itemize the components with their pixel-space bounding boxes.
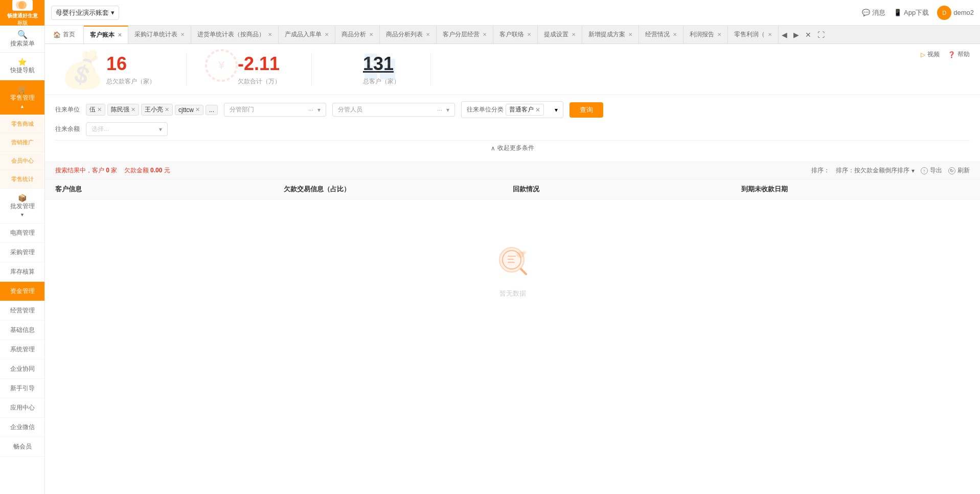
help-button[interactable]: ❓ 帮助 [948,50,970,59]
tab-promote-settings[interactable]: 提成设置 ✕ [538,26,582,44]
col-header-customer: 客户信息 [55,185,284,194]
stat-debt-value: -2.11 [238,53,280,75]
tab-customer-contact[interactable]: 客户联络 ✕ [493,26,538,44]
tab-close-product-inbound[interactable]: ✕ [325,32,329,37]
result-actions: 排序： 排序：按欠款金额倒序排序 ▾ ↑ 导出 ↻ 刷新 [811,166,970,175]
tab-operations[interactable]: 经营情况 ✕ [639,26,683,44]
sidebar-item-retail-mgmt[interactable]: 🛒 零售管理 ▲ [0,80,44,115]
chevron-down-icon: ▾ [111,9,115,16]
sidebar-item-app-center[interactable]: 应用中心 [0,398,44,418]
sidebar-item-wholesale[interactable]: 📦 批发管理 ▼ [0,189,44,223]
balance-filter-label: 往来余额 [55,125,80,133]
tab-profit-report[interactable]: 利润报告 ✕ [683,26,728,44]
tab-close-purchase-stats[interactable]: ✕ [268,32,272,37]
tab-close-customer-account[interactable]: ✕ [118,32,122,38]
topbar: 母婴行业演示账套 ▾ 💬 消息 📱 App下载 D demo2 [45,0,980,26]
app-download-button[interactable]: 📱 App下载 [894,8,929,17]
filter-tag-wang[interactable]: 王小亮 ✕ [141,104,173,116]
tab-purchase-stats[interactable]: 进货单统计表（按商品） ✕ [191,26,279,44]
tab-scroll-right[interactable]: ▶ [790,31,802,39]
tab-product-inbound[interactable]: 产成品入库单 ✕ [279,26,335,44]
collapse-up-icon: ∧ [491,145,495,152]
filter-tag-more[interactable]: ... [206,105,218,115]
filter-tag-chen[interactable]: 陈民强 ✕ [107,104,139,116]
svg-rect-9 [371,62,374,65]
tab-close-new-promote[interactable]: ✕ [628,32,632,37]
account-selector[interactable]: 母婴行业演示账套 ▾ [51,6,119,20]
video-help-button[interactable]: ▷ 视频 [921,50,940,59]
filter-tags-container: 伍 ✕ 陈民强 ✕ 王小亮 ✕ cjttcw ✕ [86,104,218,116]
sidebar-item-search[interactable]: 🔍 搜索菜单 [0,26,44,53]
col-header-debt: 欠款交易信息（占比） [284,185,512,194]
svg-rect-10 [367,68,370,70]
sort-select[interactable]: 排序：按欠款金额倒序排序 ▾ [836,166,915,175]
sidebar-item-ecommerce[interactable]: 电商管理 [0,223,44,243]
tab-product-analysis-list[interactable]: 商品分析列表 ✕ [380,26,437,44]
sidebar-item-member[interactable]: 会员中心 [0,152,44,170]
tab-new-promote[interactable]: 新增提成方案 ✕ [582,26,639,44]
tab-purchase-order[interactable]: 采购订单统计表 ✕ [128,26,191,44]
tab-retail-profit[interactable]: 零售利润（ ✕ [728,26,779,44]
sidebar-item-inventory[interactable]: 库存核算 [0,262,44,282]
sidebar-item-system[interactable]: 系统管理 [0,340,44,360]
tab-customer-account[interactable]: 客户账本 ✕ [84,26,128,44]
balance-filter-input[interactable]: 选择... ▾ [86,122,168,136]
sidebar-item-marketing[interactable]: 营销推广 [0,133,44,152]
stats-help: ▷ 视频 ❓ 帮助 [921,50,970,59]
sidebar-item-base-info[interactable]: 基础信息 [0,321,44,340]
svg-line-19 [521,269,526,274]
empty-state: 暂无数据 [45,199,980,339]
remove-tag-wu[interactable]: ✕ [97,106,102,113]
tab-scroll-left[interactable]: ◀ [779,31,790,39]
tab-close-product-analysis[interactable]: ✕ [369,32,373,37]
tab-close-all[interactable]: ✕ [802,31,814,39]
remove-tag-cjttcw[interactable]: ✕ [195,106,200,113]
tab-close-operations[interactable]: ✕ [673,32,677,37]
refresh-button[interactable]: ↻ 刷新 [948,166,970,175]
svg-text:¥: ¥ [218,59,225,72]
sidebar-item-wechat[interactable]: 企业微信 [0,418,44,437]
tab-close-purchase-order[interactable]: ✕ [180,32,185,37]
manager-filter[interactable]: 分管人员 ··· ▾ [332,103,455,117]
filter-tag-wu[interactable]: 伍 ✕ [86,104,105,116]
stats-row: 💰 ¥ 16 总欠款客户（家） -2.11 欠款合计（万） 131 总客户（家） [45,44,980,95]
sidebar-item-quick-nav[interactable]: ⭐ 快捷导航 [0,53,44,80]
message-button[interactable]: 💬 消息 [862,8,885,17]
tab-close-profit-report[interactable]: ✕ [717,32,721,37]
sidebar-item-vip[interactable]: 畅会员 [0,437,44,457]
col-header-date: 到期未收款日期 [741,185,970,194]
remove-tag-wang[interactable]: ✕ [165,106,169,113]
sidebar-item-operations[interactable]: 经营管理 [0,301,44,321]
tab-close-customer-contact[interactable]: ✕ [527,32,531,37]
svg-rect-8 [367,62,370,65]
sidebar-item-retail-shop[interactable]: 零售商城 [0,115,44,133]
sidebar-item-finance[interactable]: 资金管理 [0,282,44,301]
svg-point-1 [18,1,27,9]
export-button[interactable]: ↑ 导出 [921,166,942,175]
sidebar-item-retail-stats[interactable]: 零售统计 [0,170,44,189]
tab-close-customer-tier[interactable]: ✕ [483,32,487,37]
avatar: D [937,6,951,20]
sidebar-item-newbie[interactable]: 新手引导 [0,379,44,398]
category-filter[interactable]: 往来单位分类 普通客户 ✕ ▾ [461,101,563,118]
remove-tag-chen[interactable]: ✕ [131,106,135,113]
unit-filter-label: 往来单位 [55,105,80,114]
dept-filter[interactable]: 分管部门 ··· ▾ [224,103,326,117]
user-avatar-area[interactable]: D demo2 [937,6,974,20]
sidebar-item-purchase[interactable]: 采购管理 [0,243,44,262]
tab-close-promote-settings[interactable]: ✕ [572,32,576,37]
tab-close-product-analysis-list[interactable]: ✕ [426,32,430,37]
collapse-button[interactable]: ∧ 收起更多条件 [491,144,534,152]
remove-category-icon[interactable]: ✕ [535,106,540,114]
tab-close-retail-profit[interactable]: ✕ [768,32,772,37]
filter-tag-cjttcw[interactable]: cjttcw ✕ [175,105,203,115]
sidebar-item-enterprise[interactable]: 企业协同 [0,360,44,379]
tab-customer-tier[interactable]: 客户分层经营 ✕ [437,26,493,44]
svg-rect-11 [371,68,374,70]
search-button[interactable]: 查询 [569,102,603,118]
tab-maximize[interactable]: ⛶ [814,31,828,39]
svg-rect-4 [364,54,377,79]
svg-point-21 [522,251,526,254]
tab-home[interactable]: 🏠 首页 [45,26,84,44]
tab-product-analysis[interactable]: 商品分析 ✕ [335,26,380,44]
